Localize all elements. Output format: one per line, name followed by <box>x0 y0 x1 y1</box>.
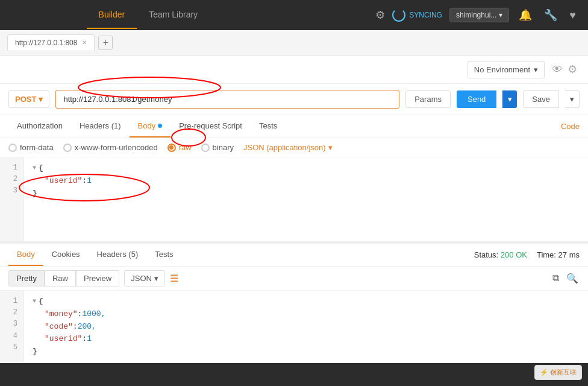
resp-line-4: "userid" : 1 <box>33 333 580 346</box>
resp-line-2: "money" : 1000, <box>33 308 580 321</box>
send-button[interactable]: Send <box>457 90 496 108</box>
raw-option[interactable]: raw <box>167 143 192 152</box>
request-body-content[interactable]: ▼ { "userid" : 1 } <box>24 157 588 241</box>
resp-collapse-arrow[interactable]: ▼ <box>33 297 36 306</box>
method-label: POST <box>15 95 36 104</box>
tab-tests[interactable]: Tests <box>251 115 286 138</box>
response-section: Body Cookies Headers (5) Tests Status: 2… <box>0 242 588 363</box>
sync-area: SYNCING <box>392 8 442 22</box>
response-body-display: 1 2 3 4 5 ▼ { "money" : 1000, "code" : 2… <box>0 291 588 363</box>
response-toolbar: Pretty Raw Preview JSON ▾ ☰ ⧉ 🔍 <box>0 267 588 291</box>
request-sub-tabs: Authorization Headers (1) Body Pre-reque… <box>0 115 588 138</box>
binary-label: binary <box>213 143 234 152</box>
request-body-editor[interactable]: 1 2 3 ▼ { "userid" : 1 } <box>0 157 588 242</box>
method-chevron: ▾ <box>39 95 43 104</box>
body-type-bar: form-data x-www-form-urlencoded raw bina… <box>0 138 588 157</box>
response-tab-tests[interactable]: Tests <box>146 244 181 266</box>
url-input[interactable] <box>55 90 399 109</box>
response-tab-headers[interactable]: Headers (5) <box>89 244 147 266</box>
json-format-label: JSON (application/json) <box>243 143 326 152</box>
json-format-select[interactable]: JSON (application/json) ▾ <box>243 143 333 152</box>
raw-label: raw <box>179 143 192 152</box>
form-data-option[interactable]: form-data <box>8 143 54 152</box>
time-label: Time: 27 ms <box>537 250 580 259</box>
top-nav: Builder Team Library ⚙ SYNCING shiminghu… <box>0 0 588 30</box>
code-link[interactable]: Code <box>561 122 580 131</box>
time-prefix: Time: <box>537 250 556 259</box>
binary-option[interactable]: binary <box>201 143 234 152</box>
urlencoded-radio[interactable] <box>63 144 72 152</box>
status-label: Status: 200 OK <box>474 250 527 259</box>
filter-icon[interactable]: ☰ <box>170 273 178 284</box>
response-tab-bar: Body Cookies Headers (5) Tests Status: 2… <box>0 244 588 267</box>
code-line-1: ▼ { <box>33 162 580 175</box>
eye-icon[interactable]: 👁 <box>549 61 565 78</box>
user-label: shiminghui... <box>456 11 496 19</box>
nav-right: ⚙ SYNCING shiminghui... ▾ 🔔 🔧 ♥ <box>375 6 578 24</box>
tab-team-library[interactable]: Team Library <box>137 1 210 29</box>
pretty-button[interactable]: Pretty <box>8 270 45 286</box>
response-code-content: ▼ { "money" : 1000, "code" : 200, "useri… <box>24 291 588 363</box>
tab-authorization[interactable]: Authorization <box>8 115 71 138</box>
resp-line-3: "code" : 200, <box>33 321 580 334</box>
env-bar: No Environment ▾ 👁 ⚙ <box>0 55 588 84</box>
wrench-icon[interactable]: 🔧 <box>542 6 560 24</box>
search-icon[interactable]: 🔍 <box>565 271 580 285</box>
tab-body[interactable]: Body <box>130 115 171 138</box>
line-numbers: 1 2 3 <box>0 157 24 241</box>
code-line-3: } <box>33 188 580 200</box>
raw-button[interactable]: Raw <box>45 270 76 286</box>
body-dot-indicator <box>158 124 162 128</box>
save-button[interactable]: Save <box>523 90 559 108</box>
status-prefix: Status: <box>474 250 498 259</box>
code-line-2: "userid" : 1 <box>33 175 580 188</box>
settings-icon[interactable]: ⚙ <box>375 8 385 22</box>
send-dropdown-button[interactable]: ▾ <box>502 90 517 108</box>
form-data-radio[interactable] <box>8 144 17 152</box>
environment-select[interactable]: No Environment ▾ <box>468 61 545 78</box>
response-format-select[interactable]: JSON ▾ <box>124 270 165 286</box>
tab-headers[interactable]: Headers (1) <box>71 115 130 138</box>
method-select[interactable]: POST ▾ <box>8 90 49 108</box>
sync-label: SYNCING <box>409 11 442 19</box>
sync-spinner <box>392 8 405 22</box>
urlencoded-option[interactable]: x-www-form-urlencoded <box>63 143 158 152</box>
status-value: 200 OK <box>501 250 527 259</box>
binary-radio[interactable] <box>201 144 210 152</box>
collapse-arrow[interactable]: ▼ <box>33 163 36 173</box>
request-bar: POST ▾ Params Send ▾ Save ▾ <box>0 84 588 115</box>
form-data-label: form-data <box>20 143 54 152</box>
chevron-down-icon: ▾ <box>499 11 502 19</box>
response-tab-body[interactable]: Body <box>8 244 43 266</box>
tab-builder[interactable]: Builder <box>87 1 137 29</box>
response-action-icons: ⧉ 🔍 <box>551 271 580 285</box>
env-settings-icon[interactable]: ⚙ <box>565 60 580 78</box>
env-label: No Environment <box>474 65 530 74</box>
time-value: 27 ms <box>558 250 580 259</box>
chevron-down-icon: ▾ <box>534 65 538 74</box>
new-tab-button[interactable]: + <box>98 36 113 50</box>
nav-tabs: Builder Team Library <box>87 1 210 29</box>
response-tab-cookies[interactable]: Cookies <box>43 244 89 266</box>
open-tab[interactable]: http://127.0.0.1:808 ✕ <box>7 34 95 51</box>
raw-radio[interactable] <box>167 144 176 152</box>
response-line-numbers: 1 2 3 4 5 <box>0 291 24 363</box>
copy-icon[interactable]: ⧉ <box>551 271 560 285</box>
response-status-bar: Status: 200 OK Time: 27 ms <box>474 250 580 259</box>
resp-line-5: } <box>33 346 580 358</box>
save-dropdown-button[interactable]: ▾ <box>565 90 580 108</box>
format-chevron: ▾ <box>154 274 158 283</box>
body-tab-label: Body <box>138 121 156 130</box>
format-label: JSON <box>131 274 152 283</box>
params-button[interactable]: Params <box>405 90 451 108</box>
tab-close-btn[interactable]: ✕ <box>82 39 87 46</box>
request-section: No Environment ▾ 👁 ⚙ POST ▾ Params Send … <box>0 55 588 242</box>
resp-line-1: ▼ { <box>33 296 580 308</box>
bell-icon[interactable]: 🔔 <box>516 6 534 24</box>
user-dropdown[interactable]: shiminghui... ▾ <box>449 8 509 22</box>
tab-pre-request[interactable]: Pre-request Script <box>170 115 251 138</box>
heart-icon[interactable]: ♥ <box>567 7 578 24</box>
tab-bar: http://127.0.0.1:808 ✕ + <box>0 30 588 55</box>
preview-button[interactable]: Preview <box>76 270 119 286</box>
tab-url: http://127.0.0.1:808 <box>15 39 77 47</box>
